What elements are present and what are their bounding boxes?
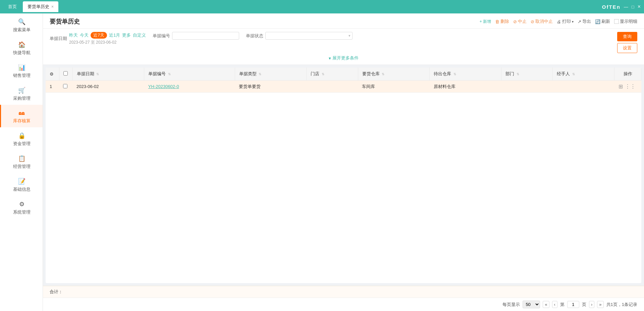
filter-bar: 单据日期 昨天 今天 近7天 近1月 更多 自定义 2023-05-27 至 2… [43, 29, 644, 65]
col-number-sort: ⇅ [168, 72, 171, 76]
settings-button[interactable]: 设置 [617, 43, 637, 53]
table-wrapper: ⚙ 单据日期 ⇅ 单据编号 ⇅ [46, 68, 641, 283]
page-title: 要货单历史 [50, 17, 80, 26]
export-label: 导出 [582, 18, 591, 25]
date-filter-label: 单据日期 [50, 36, 67, 42]
date-btn-more[interactable]: 更多 [122, 32, 131, 38]
print-button[interactable]: 🖨 打印 ▾ [557, 18, 574, 25]
tab-home-label: 首页 [8, 4, 17, 10]
col-date-label: 单据日期 [77, 71, 94, 76]
sidebar-item-basic[interactable]: 📝 基础信息 [0, 173, 43, 196]
query-button[interactable]: 查询 [617, 32, 637, 41]
col-pending-warehouse[interactable]: 待出仓库 ⇅ [430, 68, 501, 81]
display-detail-checkbox[interactable] [614, 19, 619, 24]
doc-number-filter: 单据编号 [153, 32, 239, 40]
expand-more-label: 展开更多条件 [332, 55, 359, 61]
col-type[interactable]: 单据类型 ⇅ [235, 68, 307, 81]
search-icon: 🔍 [18, 18, 25, 26]
page-total-info: 共1页，1条记录 [606, 302, 637, 308]
delete-icon: 🗑 [495, 19, 499, 24]
window-close-icon[interactable]: × [638, 4, 641, 10]
cell-store [307, 81, 358, 93]
tab-home[interactable]: 首页 [3, 1, 21, 12]
page-input[interactable] [567, 301, 579, 308]
page-first-button[interactable]: « [543, 301, 549, 308]
content-area: 要货单历史 + 新增 🗑 删除 ⊘ 中止 ⊘ 取消中止 🖨 打印 [43, 13, 644, 311]
sidebar-label-shortcut: 快捷导航 [13, 50, 31, 56]
cancel-stop-icon: ⊘ [531, 19, 534, 24]
col-store-sort: ⇅ [322, 72, 324, 76]
col-date[interactable]: 单据日期 ⇅ [72, 68, 144, 81]
page-last-button[interactable]: » [597, 301, 603, 308]
brand-label: OfTEn [602, 4, 621, 10]
cell-req-warehouse: 车间库 [358, 81, 430, 93]
sidebar: 🔍 搜索菜单 🏠 快捷导航 📊 销售管理 🛒 采购管理 🏘 库存核算 🔒 资金管… [0, 13, 43, 311]
sidebar-item-sales[interactable]: 📊 销售管理 [0, 59, 43, 82]
cancel-stop-button[interactable]: ⊘ 取消中止 [531, 18, 553, 25]
col-actions: 操作 [614, 68, 641, 81]
sidebar-item-search[interactable]: 🔍 搜索菜单 [0, 13, 43, 36]
col-date-sort: ⇅ [96, 72, 99, 76]
refresh-label: 刷新 [601, 18, 610, 25]
add-button[interactable]: + 新增 [480, 19, 491, 25]
sidebar-label-operations: 经营管理 [13, 164, 31, 170]
col-checkbox [59, 68, 72, 81]
tab-history[interactable]: 要货单历史 × [23, 1, 58, 12]
date-filter: 单据日期 昨天 今天 近7天 近1月 更多 自定义 2023-05-27 至 2… [50, 32, 146, 45]
page-header: 要货单历史 + 新增 🗑 删除 ⊘ 中止 ⊘ 取消中止 🖨 打印 [43, 13, 644, 29]
sidebar-item-system[interactable]: ⚙ 系统管理 [0, 196, 43, 219]
col-department-sort: ⇅ [517, 72, 519, 76]
row-more-icon[interactable]: ⋮⋮ [625, 83, 636, 90]
page-size-select[interactable]: 50 10 20 100 [523, 301, 540, 308]
select-all-checkbox[interactable] [63, 71, 68, 76]
row-actions: ⊞ ⋮⋮ [619, 83, 637, 90]
sidebar-label-system: 系统管理 [13, 209, 31, 215]
gear-icon: ⚙ [19, 201, 24, 208]
date-btn-7days[interactable]: 近7天 [91, 32, 107, 39]
date-btn-custom[interactable]: 自定义 [133, 32, 146, 38]
cell-date: 2023-06-02 [72, 81, 144, 93]
sidebar-item-shortcut[interactable]: 🏠 快捷导航 [0, 36, 43, 59]
summary-bar: 合计： [43, 286, 644, 298]
expand-more-button[interactable]: ▾ 展开更多条件 [50, 55, 637, 61]
col-pending-warehouse-label: 待出仓库 [434, 71, 451, 76]
cell-row-num: 1 [46, 81, 59, 93]
delete-button[interactable]: 🗑 删除 [495, 18, 509, 25]
doc-number-input[interactable] [172, 32, 239, 40]
summary-label: 合计： [50, 289, 63, 294]
page-next-button[interactable]: › [589, 301, 594, 308]
print-icon: 🖨 [557, 19, 561, 24]
table-header-row: ⚙ 单据日期 ⇅ 单据编号 ⇅ [46, 68, 641, 81]
row-checkbox[interactable] [63, 84, 67, 88]
doc-status-input[interactable] [265, 32, 353, 40]
date-btn-yesterday[interactable]: 昨天 [69, 32, 78, 38]
col-number[interactable]: 单据编号 ⇅ [144, 68, 235, 81]
doc-number-link[interactable]: YH-20230602-0 [148, 84, 179, 89]
col-type-label: 单据类型 [239, 71, 257, 76]
data-table: ⚙ 单据日期 ⇅ 单据编号 ⇅ [46, 68, 641, 93]
stop-button[interactable]: ⊘ 中止 [513, 18, 527, 25]
minimize-icon[interactable]: — [624, 4, 628, 9]
sidebar-item-purchase[interactable]: 🛒 采购管理 [0, 82, 43, 105]
toolbar: + 新增 🗑 删除 ⊘ 中止 ⊘ 取消中止 🖨 打印 ▾ [480, 18, 637, 25]
col-handler-label: 经手人 [557, 71, 570, 76]
maximize-icon[interactable]: □ [632, 4, 634, 9]
sidebar-item-operations[interactable]: 📋 经营管理 [0, 150, 43, 173]
col-handler[interactable]: 经手人 ⇅ [553, 68, 614, 81]
page-prev-button[interactable]: ‹ [552, 301, 557, 308]
date-btn-today[interactable]: 今天 [80, 32, 89, 38]
refresh-button[interactable]: 🔄 刷新 [595, 18, 610, 25]
col-department[interactable]: 部门 ⇅ [501, 68, 553, 81]
col-store-label: 门店 [311, 71, 319, 76]
tab-close-icon[interactable]: × [51, 4, 54, 9]
row-edit-icon[interactable]: ⊞ [619, 83, 623, 90]
col-settings[interactable]: ⚙ [46, 68, 59, 81]
sidebar-item-finance[interactable]: 🔒 资金管理 [0, 127, 43, 150]
date-btn-1month[interactable]: 近1月 [109, 32, 120, 38]
display-detail-button[interactable]: 显示明细 [614, 18, 637, 25]
col-req-warehouse[interactable]: 要货仓库 ⇅ [358, 68, 430, 81]
cell-pending-warehouse: 原材料仓库 [430, 81, 501, 93]
export-button[interactable]: ↗ 导出 [578, 18, 591, 25]
sidebar-item-inventory[interactable]: 🏘 库存核算 [0, 105, 43, 127]
col-store[interactable]: 门店 ⇅ [307, 68, 358, 81]
